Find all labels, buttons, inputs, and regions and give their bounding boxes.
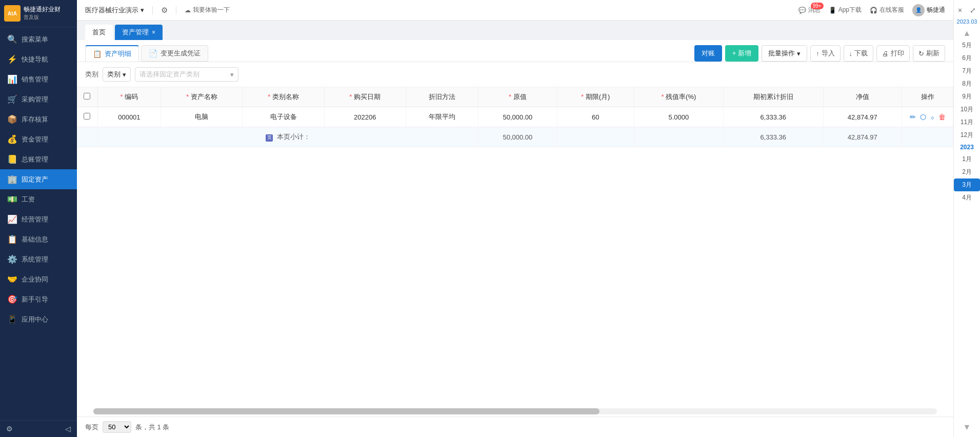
subtotal-original-value: 50,000.00 — [478, 127, 557, 147]
action-icons: ✏ ⬡ ⬦ 🗑 — [906, 113, 949, 121]
month-9[interactable]: 9月 — [954, 90, 980, 103]
subtotal-icon: 页 — [266, 134, 273, 142]
month-2[interactable]: 2月 — [954, 166, 980, 178]
company-selector[interactable]: 医疗器械行业演示 ▾ — [85, 6, 144, 15]
panel-nav-down[interactable]: ▼ — [962, 422, 972, 433]
print-btn[interactable]: 🖨 打印 — [876, 45, 910, 62]
sub-tab-voucher-label: 变更生成凭证 — [161, 49, 201, 58]
import-btn[interactable]: ↑ 导入 — [810, 45, 841, 62]
sidebar-item-fixed-assets[interactable]: 🏢固定资产 — [0, 169, 77, 189]
header-checkbox — [77, 87, 97, 107]
confirm-btn[interactable]: 对账 — [694, 45, 722, 62]
user-menu[interactable]: 👤 畅捷通 — [912, 4, 945, 16]
month-4[interactable]: 4月 — [954, 191, 980, 204]
sidebar-item-purchase[interactable]: 🛒采购管理 — [0, 89, 77, 109]
page-size-select[interactable]: 50 100 200 — [103, 421, 131, 433]
sidebar-label-funds: 资金管理 — [22, 135, 48, 144]
cell-period: 60 — [557, 107, 634, 127]
messages-badge: 99+ — [811, 3, 824, 9]
sidebar-item-basic-info[interactable]: 📋基础信息 — [0, 229, 77, 249]
sidebar-item-business[interactable]: 📈经营管理 — [0, 209, 77, 229]
business-icon: 📈 — [7, 214, 17, 224]
month-6[interactable]: 6月 — [954, 52, 980, 65]
table-header-row: * 编码 * 资产名称 * 类别名称 * 购买日期 折旧方法 * 原值 * 期限… — [77, 87, 953, 107]
sub-tabs: 📋 资产明细 📄 变更生成凭证 对账 + 新增 批量操作 ▾ ↑ — [77, 40, 953, 62]
panel-close-icon[interactable]: × — [958, 6, 962, 14]
month-11[interactable]: 11月 — [954, 116, 980, 129]
tab-close-icon[interactable]: × — [152, 29, 155, 36]
sidebar-item-search[interactable]: 🔍搜索菜单 — [0, 29, 77, 49]
delete-icon[interactable]: 🗑 — [938, 113, 946, 121]
settings-icon[interactable]: ⚙ — [6, 425, 13, 433]
sidebar-item-inventory[interactable]: 📦库存核算 — [0, 109, 77, 129]
message-icon: 💬 — [798, 7, 806, 14]
app-download-btn[interactable]: 📱 App下载 — [829, 6, 862, 14]
system-icon: ⚙️ — [7, 254, 17, 264]
filter-select-arrow: ▾ — [123, 71, 126, 78]
sidebar-item-funds[interactable]: 💰资金管理 — [0, 129, 77, 149]
cell-name: 电脑 — [161, 107, 243, 127]
sidebar-item-guide[interactable]: 🎯新手引导 — [0, 289, 77, 309]
copy-icon[interactable]: ⬡ — [920, 113, 926, 121]
month-1[interactable]: 1月 — [954, 153, 980, 166]
import-label: 导入 — [822, 49, 835, 58]
month-3-active[interactable]: 3月 — [954, 178, 980, 191]
sidebar-footer: ⚙ ◁ — [0, 420, 77, 437]
refresh-btn[interactable]: ↻ 刷新 — [913, 45, 945, 62]
filter-select[interactable]: 类别 ▾ — [103, 67, 131, 82]
sidebar-label-sales: 销售管理 — [22, 75, 48, 84]
row-checkbox-cell — [77, 107, 97, 127]
sidebar-label-search: 搜索菜单 — [22, 35, 48, 44]
header-purchase-date: * 购买日期 — [324, 87, 406, 107]
sidebar-item-ledger[interactable]: 📒总账管理 — [0, 149, 77, 169]
subtotal-residual — [634, 127, 723, 147]
month-7[interactable]: 7月 — [954, 65, 980, 77]
subtotal-accumulated-dep: 6,333.36 — [723, 127, 823, 147]
total-label: 条，共 1 条 — [135, 423, 169, 432]
messages-btn[interactable]: 💬 消息 99+ — [798, 6, 821, 14]
sub-tab-voucher[interactable]: 📄 变更生成凭证 — [141, 45, 208, 62]
sidebar-label-system: 系统管理 — [22, 255, 48, 264]
sidebar-item-quick-nav[interactable]: ⚡快捷导航 — [0, 49, 77, 69]
subtotal-period — [557, 127, 634, 147]
settings-gear-icon[interactable]: ⚙ — [161, 6, 168, 15]
year-2023-label: 2023 — [960, 142, 974, 153]
collapse-icon[interactable]: ◁ — [65, 425, 71, 433]
sidebar-item-enterprise[interactable]: 🤝企业协同 — [0, 269, 77, 289]
more-icon[interactable]: ⬦ — [930, 113, 934, 121]
new-btn[interactable]: + 新增 — [725, 45, 758, 62]
panel-nav-up[interactable]: ▲ — [962, 28, 972, 39]
cell-actions: ✏ ⬡ ⬦ 🗑 — [902, 107, 953, 127]
select-all-checkbox[interactable] — [84, 93, 90, 100]
cell-residual-rate: 5.0000 — [634, 107, 723, 127]
subtotal-action — [902, 127, 953, 147]
filter-select-text: 类别 — [107, 70, 121, 79]
row-checkbox[interactable] — [84, 113, 90, 120]
sidebar-item-system[interactable]: ⚙️系统管理 — [0, 249, 77, 269]
sidebar: AtA 畅捷通好业财 普及版 🔍搜索菜单⚡快捷导航📊销售管理🛒采购管理📦库存核算… — [0, 0, 77, 437]
tab-home[interactable]: 首页 — [85, 25, 113, 40]
tab-asset-manage[interactable]: 资产管理 × — [115, 25, 163, 40]
download-btn[interactable]: ↓ 下载 — [844, 45, 874, 62]
cell-code: 000001 — [97, 107, 161, 127]
edit-icon[interactable]: ✏ — [910, 113, 916, 121]
panel-expand-icon[interactable]: ⤢ — [970, 6, 976, 14]
month-12[interactable]: 12月 — [954, 129, 980, 142]
category-dropdown[interactable]: 请选择固定资产类别 ▾ — [135, 67, 238, 82]
right-panel: × ⤢ 2023.03 ▲ 5月 6月 7月 8月 9月 10月 11月 12月… — [953, 0, 980, 437]
sidebar-item-apps[interactable]: 📱应用中心 — [0, 309, 77, 329]
month-5[interactable]: 5月 — [954, 39, 980, 52]
category-placeholder: 请选择固定资产类别 — [139, 70, 199, 79]
month-10[interactable]: 10月 — [954, 103, 980, 116]
experience-btn[interactable]: ☁ 我要体验一下 — [185, 6, 230, 14]
asset-detail-icon: 📋 — [93, 50, 102, 58]
print-icon: 🖨 — [882, 50, 889, 57]
filter-label: 类别 — [85, 70, 98, 79]
service-btn[interactable]: 🎧 在线客服 — [870, 6, 904, 14]
batch-btn[interactable]: 批量操作 ▾ — [762, 45, 807, 62]
month-8[interactable]: 8月 — [954, 77, 980, 90]
sub-tab-asset-detail[interactable]: 📋 资产明细 — [85, 45, 139, 62]
sidebar-item-salary[interactable]: 💵工资 — [0, 189, 77, 209]
sidebar-item-sales[interactable]: 📊销售管理 — [0, 69, 77, 89]
horizontal-scrollbar[interactable] — [93, 408, 937, 414]
